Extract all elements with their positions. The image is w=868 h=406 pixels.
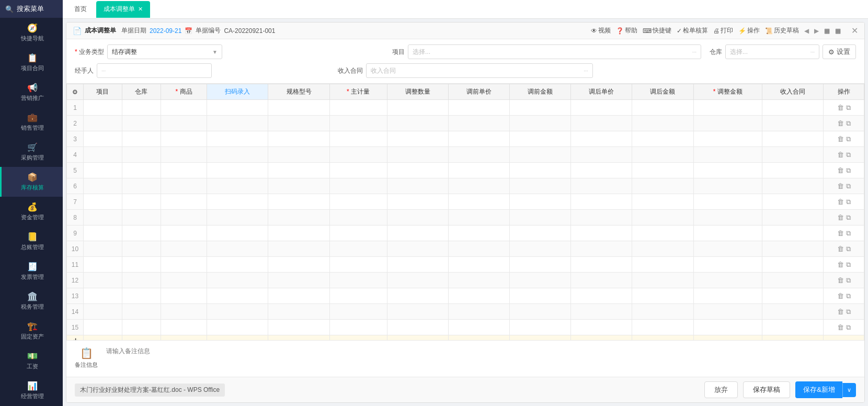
cell-15-7[interactable] [448,320,509,335]
cell-10-1[interactable] [122,241,161,257]
cell-1-7[interactable] [448,100,509,116]
cell-4-6[interactable] [387,147,448,163]
cell-12-10[interactable] [632,273,693,288]
cell-5-1[interactable] [122,163,161,178]
cell-14-11[interactable] [693,304,762,320]
cell-5-7[interactable] [448,163,509,178]
sidebar-item-operations[interactable]: 📊 经营管理 [0,376,63,405]
col-scan[interactable]: 扫码录入 [207,84,268,100]
cell-7-12[interactable] [762,194,824,210]
cell-8-1[interactable] [122,210,161,225]
delete-btn-14[interactable]: 🗑 [837,308,844,315]
cell-14-10[interactable] [632,304,693,320]
cell-2-1[interactable] [122,116,161,131]
copy-btn-15[interactable]: ⧉ [846,323,851,332]
layout2-btn[interactable]: ▦ [835,27,841,35]
cell-11-2[interactable] [161,257,207,273]
cell-7-11[interactable] [693,194,762,210]
cell-1-12[interactable] [762,100,824,116]
cell-7-10[interactable] [632,194,693,210]
cell-2-12[interactable] [762,116,824,131]
table-row[interactable]: 11 🗑 ⧉ [67,257,864,273]
cell-4-3[interactable] [207,147,268,163]
cell-9-5[interactable] [329,225,387,241]
cell-6-7[interactable] [448,178,509,194]
sidebar-item-payroll[interactable]: 💵 工资 [0,346,63,376]
cell-14-3[interactable] [207,304,268,320]
cell-13-2[interactable] [161,288,207,304]
cell-10-12[interactable] [762,241,824,257]
cell-15-8[interactable] [509,320,570,335]
cell-13-10[interactable] [632,288,693,304]
cell-11-0[interactable] [84,257,122,273]
copy-btn-2[interactable]: ⧉ [846,119,851,128]
cell-4-2[interactable] [161,147,207,163]
cell-8-10[interactable] [632,210,693,225]
cell-13-9[interactable] [571,288,632,304]
table-row[interactable]: 12 🗑 ⧉ [67,273,864,288]
cell-4-1[interactable] [122,147,161,163]
sidebar-search[interactable]: 🔍 搜索菜单 [0,0,63,18]
cell-6-1[interactable] [122,178,161,194]
delete-btn-2[interactable]: 🗑 [837,119,844,127]
cell-6-4[interactable] [268,178,329,194]
cell-5-2[interactable] [161,163,207,178]
cell-10-2[interactable] [161,241,207,257]
cell-9-7[interactable] [448,225,509,241]
copy-btn-7[interactable]: ⧉ [846,198,851,206]
cell-3-11[interactable] [693,131,762,147]
action-btn[interactable]: ⚡ 操作 [738,26,760,35]
cell-15-9[interactable] [571,320,632,335]
sidebar-item-project-contract[interactable]: 📋 项目合同 [0,48,63,77]
cell-8-11[interactable] [693,210,762,225]
cell-14-2[interactable] [161,304,207,320]
settings-btn[interactable]: ⚙ 设置 [823,44,856,59]
cell-6-5[interactable] [329,178,387,194]
cell-3-1[interactable] [122,131,161,147]
cell-9-3[interactable] [207,225,268,241]
cell-15-3[interactable] [207,320,268,335]
cell-11-9[interactable] [571,257,632,273]
cell-13-6[interactable] [387,288,448,304]
cell-10-7[interactable] [448,241,509,257]
tab-close-cost-adjust[interactable]: ✕ [138,6,143,13]
cell-13-5[interactable] [329,288,387,304]
table-row[interactable]: 13 🗑 ⧉ [67,288,864,304]
shortcut-btn[interactable]: ⌨ 快捷键 [643,26,671,35]
delete-btn-9[interactable]: 🗑 [837,229,844,237]
copy-btn-13[interactable]: ⧉ [846,292,851,300]
cell-4-0[interactable] [84,147,122,163]
cell-15-10[interactable] [632,320,693,335]
copy-btn-14[interactable]: ⧉ [846,308,851,316]
cell-10-3[interactable] [207,241,268,257]
cell-8-7[interactable] [448,210,509,225]
cell-14-4[interactable] [268,304,329,320]
cell-11-4[interactable] [268,257,329,273]
tab-home[interactable]: 首页 [67,1,94,18]
cell-12-1[interactable] [122,273,161,288]
cell-5-4[interactable] [268,163,329,178]
cell-12-8[interactable] [509,273,570,288]
cell-6-8[interactable] [509,178,570,194]
cell-9-8[interactable] [509,225,570,241]
cell-7-3[interactable] [207,194,268,210]
cell-1-2[interactable] [161,100,207,116]
print-btn[interactable]: 🖨 打印 [713,26,733,35]
cell-11-5[interactable] [329,257,387,273]
copy-btn-5[interactable]: ⧉ [846,166,851,175]
cell-5-3[interactable] [207,163,268,178]
cell-3-10[interactable] [632,131,693,147]
cell-11-12[interactable] [762,257,824,273]
cell-10-9[interactable] [571,241,632,257]
cell-8-6[interactable] [387,210,448,225]
cell-2-4[interactable] [268,116,329,131]
cell-3-12[interactable] [762,131,824,147]
tab-cost-adjust[interactable]: 成本调整单✕ [96,1,150,18]
cell-3-2[interactable] [161,131,207,147]
table-row[interactable]: 15 🗑 ⧉ [67,320,864,335]
cell-8-3[interactable] [207,210,268,225]
cell-7-4[interactable] [268,194,329,210]
sidebar-item-sales-promo[interactable]: 📢 营销推广 [0,77,63,107]
cell-14-7[interactable] [448,304,509,320]
cell-14-6[interactable] [387,304,448,320]
